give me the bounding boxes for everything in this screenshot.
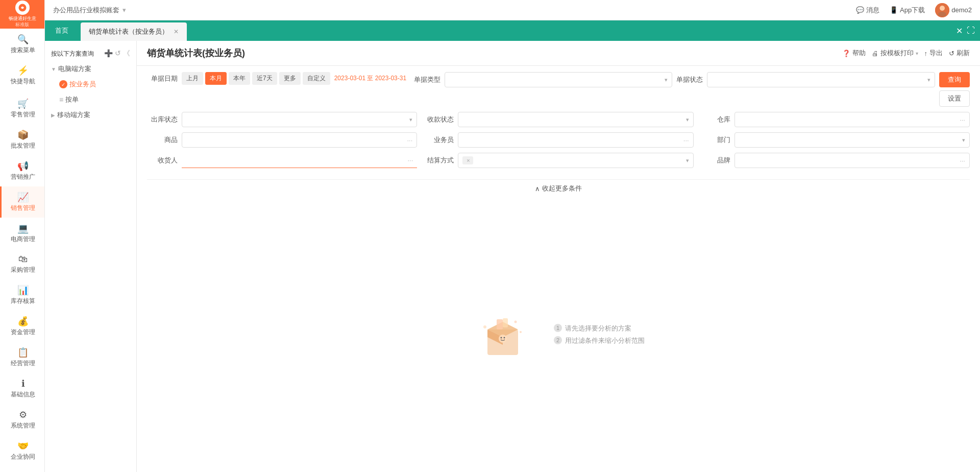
page-header: 销货单统计表(按业务员) ❓ 帮助 🖨 按模板打印 ▾ ↑ 导出 bbox=[137, 41, 980, 66]
recv-status-chevron: ▾ bbox=[686, 116, 689, 123]
settlement-tag-close[interactable]: × bbox=[467, 157, 470, 163]
help-button[interactable]: ❓ 帮助 bbox=[842, 49, 866, 58]
tab-spacer bbox=[187, 20, 951, 41]
tab-bar-actions: ✕ ⛶ bbox=[951, 20, 980, 41]
sidebar-item-system[interactable]: ⚙ 系统管理 bbox=[0, 404, 45, 435]
svg-point-10 bbox=[501, 337, 502, 339]
date-more[interactable]: 更多 bbox=[279, 72, 301, 85]
tree-item-by-order[interactable]: ≡ 按单 bbox=[45, 92, 136, 107]
collapse-row: ∧ 收起更多条件 bbox=[147, 179, 970, 197]
sidebar-item-retail[interactable]: 🛒 零售管理 bbox=[0, 93, 45, 124]
svg-point-11 bbox=[504, 337, 505, 339]
add-scheme-button[interactable]: ➕ bbox=[104, 49, 113, 58]
message-button[interactable]: 💬 消息 bbox=[856, 6, 879, 15]
salesperson-select[interactable]: ··· bbox=[458, 132, 693, 148]
date-this-year[interactable]: 本年 bbox=[229, 72, 250, 85]
sidebar-item-ecommerce[interactable]: 💻 电商管理 bbox=[0, 218, 45, 249]
tab-maximize-button[interactable]: ⛶ bbox=[967, 26, 975, 35]
sidebar-item-tutorial[interactable]: 🎯 新手引导 bbox=[0, 466, 45, 472]
department-label: 部门 bbox=[700, 135, 730, 145]
filter-row-4: 收货人 ··· 结算方式 × bbox=[147, 153, 970, 168]
salesperson-dots: ··· bbox=[683, 136, 689, 144]
app-download-button[interactable]: 📱 App下载 bbox=[890, 6, 925, 15]
template-print-button[interactable]: 🖨 按模板打印 ▾ bbox=[872, 49, 918, 58]
date-last-month[interactable]: 上月 bbox=[182, 72, 203, 85]
doc-type-select[interactable]: ▾ bbox=[445, 72, 673, 87]
collapse-icon: ∧ bbox=[535, 185, 540, 193]
goods-select[interactable]: ··· bbox=[182, 132, 417, 148]
consignee-input[interactable]: ··· bbox=[182, 153, 417, 168]
out-status-label: 出库状态 bbox=[147, 115, 178, 124]
tree-collapse-icon: ▶ bbox=[51, 112, 55, 118]
consignee-label: 收货人 bbox=[147, 156, 178, 165]
sidebar-item-enterprise[interactable]: 🤝 企业协同 bbox=[0, 435, 45, 466]
page-title: 销货单统计表(按业务员) bbox=[147, 47, 245, 65]
page-header-actions: ❓ 帮助 🖨 按模板打印 ▾ ↑ 导出 ↺ 刷新 bbox=[842, 49, 970, 64]
sidebar-item-quick-nav[interactable]: ⚡ 快捷导航 bbox=[0, 60, 45, 91]
filter-cell-out-status: 出库状态 ▾ bbox=[147, 112, 417, 127]
message-icon: 💬 bbox=[856, 6, 864, 14]
doc-status-select[interactable]: ▾ bbox=[707, 72, 935, 87]
date-controls: 上月 本月 本年 近7天 更多 自定义 2023-03-01 至 2023-03… bbox=[182, 72, 406, 85]
empty-content: 1 请先选择要分析的方案 2 用过滤条件来缩小分析范围 bbox=[472, 304, 645, 365]
filter-cell-department: 部门 ▾ bbox=[700, 132, 970, 148]
settlement-tag: × bbox=[462, 156, 473, 164]
help-icon: ❓ bbox=[842, 50, 850, 57]
goods-label: 商品 bbox=[147, 135, 178, 145]
brand-label: 品牌 bbox=[700, 156, 730, 165]
filter-cell-goods: 商品 ··· bbox=[147, 132, 417, 148]
sidebar-item-wholesale[interactable]: 📦 批发管理 bbox=[0, 124, 45, 155]
left-panel-actions: ➕ ↺ 《 bbox=[104, 49, 130, 58]
date-last-7days[interactable]: 近7天 bbox=[252, 72, 277, 85]
settings-button[interactable]: 设置 bbox=[939, 90, 970, 107]
tab-close-button[interactable]: ✕ bbox=[174, 28, 179, 35]
empty-step2-text: 用过滤条件来缩小分析范围 bbox=[565, 336, 645, 345]
tree-item-label: 电脑端方案 bbox=[58, 64, 91, 74]
breadcrumb-dropdown-icon[interactable]: ▾ bbox=[122, 6, 126, 14]
tab-home[interactable]: 首页 bbox=[45, 20, 79, 41]
sidebar-item-finance[interactable]: 💰 资金管理 bbox=[0, 311, 45, 342]
collapse-panel-button[interactable]: 《 bbox=[123, 49, 130, 58]
out-status-select[interactable]: ▾ bbox=[182, 112, 417, 127]
filter-row-3: 商品 ··· 业务员 ··· bbox=[147, 132, 970, 148]
sidebar-item-basic[interactable]: ℹ 基础信息 bbox=[0, 373, 45, 404]
tab-label: 销货单统计表（按业务员） bbox=[89, 27, 168, 36]
user-menu[interactable]: demo2 bbox=[935, 3, 972, 17]
refresh-scheme-button[interactable]: ↺ bbox=[115, 49, 121, 58]
warehouse-dots: ··· bbox=[960, 116, 965, 124]
recv-status-select[interactable]: ▾ bbox=[458, 112, 693, 127]
sidebar-item-search[interactable]: 🔍 搜索菜单 bbox=[0, 29, 45, 60]
sidebar-item-operations[interactable]: 📋 经营管理 bbox=[0, 342, 45, 373]
user-name: demo2 bbox=[951, 6, 972, 14]
filter-cell-warehouse: 仓库 ··· bbox=[700, 112, 970, 127]
collapse-button[interactable]: ∧ 收起更多条件 bbox=[535, 184, 582, 193]
tree-item-salesperson[interactable]: ✓ 按业务员 bbox=[45, 77, 136, 92]
breadcrumb-text: 办公用品行业模拟账套 bbox=[53, 6, 119, 15]
content-area: 按以下方案查询 ➕ ↺ 《 ▼ 电脑端方案 ✓ 按业务员 ≡ 按单 bbox=[45, 41, 980, 472]
settlement-select[interactable]: × ▾ bbox=[458, 153, 693, 168]
sidebar-item-inventory[interactable]: 📊 库存核算 bbox=[0, 279, 45, 311]
wholesale-icon: 📦 bbox=[17, 129, 29, 140]
sidebar-item-purchase[interactable]: 🛍 采购管理 bbox=[0, 249, 45, 279]
ecommerce-icon: 💻 bbox=[17, 223, 29, 234]
consignee-dots: ··· bbox=[407, 156, 413, 164]
department-select[interactable]: ▾ bbox=[734, 132, 970, 148]
tab-close-all-button[interactable]: ✕ bbox=[956, 26, 963, 36]
svg-point-12 bbox=[483, 325, 486, 328]
sales-icon: 📈 bbox=[17, 192, 29, 203]
brand-select[interactable]: ··· bbox=[734, 153, 970, 168]
query-button[interactable]: 查询 bbox=[939, 72, 970, 87]
empty-steps: 1 请先选择要分析的方案 2 用过滤条件来缩小分析范围 bbox=[554, 324, 645, 345]
sidebar-item-marketing[interactable]: 📢 营销推广 bbox=[0, 155, 45, 186]
tab-sales-stats[interactable]: 销货单统计表（按业务员） ✕ bbox=[81, 22, 187, 41]
tree-item-desktop[interactable]: ▼ 电脑端方案 bbox=[45, 61, 136, 77]
tree-item-mobile[interactable]: ▶ 移动端方案 bbox=[45, 107, 136, 123]
export-button[interactable]: ↑ 导出 bbox=[924, 49, 943, 58]
refresh-button[interactable]: ↺ 刷新 bbox=[949, 49, 970, 58]
date-custom[interactable]: 自定义 bbox=[303, 72, 330, 85]
system-icon: ⚙ bbox=[19, 409, 27, 420]
warehouse-select[interactable]: ··· bbox=[734, 112, 970, 127]
date-range-text: 2023-03-01 至 2023-03-31 bbox=[334, 74, 406, 83]
date-this-month[interactable]: 本月 bbox=[205, 72, 227, 85]
sidebar-item-sales[interactable]: 📈 销售管理 bbox=[0, 186, 45, 218]
